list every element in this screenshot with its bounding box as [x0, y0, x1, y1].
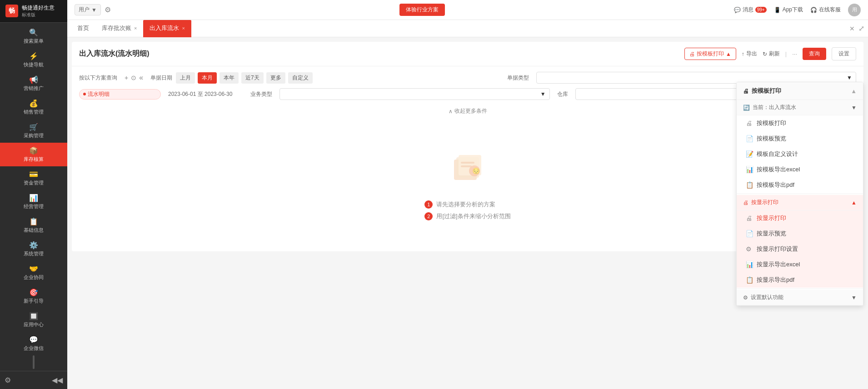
collapse-more-label: 收起更多条件	[454, 107, 487, 115]
export-icon: ↑	[742, 51, 744, 57]
dropdown-display-settings[interactable]: ⚙ 按显示打印设置	[737, 241, 863, 257]
more-actions-icon[interactable]: ···	[792, 50, 797, 57]
sidebar-item-operation[interactable]: 📊 经营管理	[0, 190, 67, 214]
sidebar-item-marketing[interactable]: 📢 营销推广	[0, 72, 67, 95]
sidebar-item-basics[interactable]: 📋 基础信息	[0, 214, 67, 237]
custom-design-icon: 📝	[746, 150, 753, 158]
tab-flow-label: 出入库流水	[150, 24, 179, 32]
date-last-month[interactable]: 上月	[176, 72, 195, 84]
sidebar-nav: 🔍 搜索菜单 ⚡ 快捷导航 📢 营销推广 💰 销售管理 🛒 采购管理 📦 库存核…	[0, 23, 67, 354]
sidebar-item-label: 新手引导	[24, 298, 44, 304]
tab-home[interactable]: 首页	[71, 20, 95, 37]
main-area: 用户 ▼ ⚙ 体验行业方案 💬 消息 99+ 📱 App下载 🎧 在线客服 用	[67, 0, 868, 389]
empty-step-2: 2 用[过滤]条件来缩小分析范围	[424, 212, 510, 220]
sidebar-item-purchase[interactable]: 🛒 采购管理	[0, 119, 67, 143]
sidebar-item-sales[interactable]: 💰 销售管理	[0, 95, 67, 119]
settings-button[interactable]: 设置	[832, 47, 856, 60]
tab-flow[interactable]: 出入库流水 ×	[143, 20, 191, 37]
refresh-button[interactable]: ↻ 刷新	[763, 50, 780, 58]
dropdown-chevron-up[interactable]: ▲	[851, 88, 857, 95]
dropdown-display-pdf[interactable]: 📋 按显示导出pdf	[737, 272, 863, 288]
user-selector[interactable]: 用户 ▼	[75, 4, 101, 15]
empty-steps: 1 请先选择要分析的方案 2 用[过滤]条件来缩小分析范围	[424, 200, 510, 224]
sidebar-item-label: 经营管理	[24, 203, 44, 210]
query-button[interactable]: 查询	[803, 48, 826, 60]
date-filter-label: 单据日期	[150, 74, 172, 82]
tab-close-all-icon[interactable]: ✕	[849, 25, 855, 32]
default-section[interactable]: ⚙ 设置默认功能 ▼	[737, 290, 863, 305]
empty-step-1: 1 请先选择要分析的方案	[424, 200, 510, 209]
dropdown-display-excel[interactable]: 📊 按显示导出excel	[737, 257, 863, 272]
dropdown-header: 🖨 按模板打印 ▲	[737, 82, 863, 100]
dropdown-template-preview[interactable]: 📄 按模板预览	[737, 131, 863, 146]
purchase-nav-icon: 🛒	[29, 123, 38, 131]
sidebar-item-label: 库存核算	[24, 156, 44, 163]
sidebar-item-corp[interactable]: 🤝 企业协同	[0, 261, 67, 284]
date-more[interactable]: 更多	[266, 72, 285, 84]
collapse-sidebar-icon[interactable]: ◀◀	[52, 376, 63, 384]
dropdown-template-custom[interactable]: 📝 模板自定义设计	[737, 146, 863, 162]
sidebar-item-system[interactable]: ⚙️ 系统管理	[0, 237, 67, 261]
filter-tag-label: 流水明细	[88, 90, 110, 98]
tab-batch-close[interactable]: ×	[134, 25, 137, 31]
dropdown-template-print[interactable]: 🖨 按模板打印	[737, 115, 863, 131]
export-button[interactable]: ↑ 导出	[742, 50, 757, 58]
refresh-icon: ↻	[763, 51, 767, 57]
display-chevron-up[interactable]: ▲	[851, 199, 857, 206]
tab-flow-close[interactable]: ×	[182, 25, 185, 31]
empty-step-2-text: 用[过滤]条件来缩小分析范围	[436, 212, 510, 220]
tab-expand-icon[interactable]: ⤢	[858, 24, 864, 33]
user-dropdown-icon: ▼	[91, 7, 97, 13]
topbar-settings-icon[interactable]: ⚙	[105, 5, 111, 14]
current-section-chevron[interactable]: ▼	[851, 105, 857, 111]
tab-batch[interactable]: 库存批次账 ×	[95, 20, 143, 37]
date-this-month[interactable]: 本月	[198, 72, 217, 84]
display-pdf-label: 按显示导出pdf	[757, 276, 794, 284]
filter-collapse-icon[interactable]: «	[139, 74, 143, 82]
display-section-label: 按显示打印	[751, 199, 778, 206]
filter-gear-icon[interactable]: ⊙	[131, 74, 136, 81]
date-this-year[interactable]: 本年	[219, 72, 239, 84]
business-type-select[interactable]: ▼	[279, 88, 549, 100]
tabs-bar: 首页 库存批次账 × 出入库流水 × ✕ ⤢	[67, 20, 868, 37]
system-nav-icon: ⚙️	[29, 241, 38, 249]
display-excel-icon: 📊	[746, 261, 753, 268]
sidebar-item-label: 搜索菜单	[24, 38, 44, 45]
avatar[interactable]: 用	[848, 4, 861, 16]
sidebar-item-guide[interactable]: 🎯 新手引导	[0, 284, 67, 308]
sidebar-item-label: 企业微信	[24, 345, 44, 352]
add-filter-icon[interactable]: +	[125, 74, 128, 81]
sidebar-item-appstore[interactable]: 🔲 应用中心	[0, 308, 67, 332]
app-download-button[interactable]: 📱 App下载	[774, 6, 803, 14]
trial-button[interactable]: 体验行业方案	[399, 4, 445, 16]
pdf-icon: 📋	[746, 181, 753, 189]
online-service-button[interactable]: 🎧 在线客服	[810, 6, 841, 14]
sidebar-item-label: 企业协同	[24, 274, 44, 281]
dropdown-template-excel[interactable]: 📊 按模板导出excel	[737, 162, 863, 177]
template-excel-label: 按模板导出excel	[757, 165, 800, 174]
display-settings-icon: ⚙	[746, 245, 753, 253]
dropdown-template-pdf[interactable]: 📋 按模板导出pdf	[737, 177, 863, 193]
sidebar-item-search[interactable]: 🔍 搜索菜单	[0, 25, 67, 48]
dropdown-display-preview[interactable]: 📄 按显示预览	[737, 226, 863, 241]
message-button[interactable]: 💬 消息 99+	[734, 6, 767, 14]
refresh-label: 刷新	[769, 50, 780, 58]
export-label: 导出	[746, 50, 757, 58]
doc-type-label: 单据类型	[507, 74, 529, 82]
sidebar-item-label: 快捷导航	[24, 61, 44, 68]
current-section-label: 当前：出入库流水	[753, 104, 796, 111]
warehouse-label: 仓库	[557, 90, 568, 98]
brand-name: 畅捷通好生意	[22, 5, 55, 12]
date-last-7days[interactable]: 近7天	[241, 72, 264, 84]
print-template-button[interactable]: 🖨 按模板打印 ▲	[684, 48, 736, 60]
sidebar-item-wxwork[interactable]: 💬 企业微信	[0, 332, 67, 354]
settings-bottom-icon[interactable]: ⚙	[5, 376, 11, 384]
business-type-dropdown-icon: ▼	[540, 91, 546, 97]
wxwork-nav-icon: 💬	[29, 335, 38, 344]
sidebar-item-finance[interactable]: 💳 资金管理	[0, 166, 67, 190]
dropdown-display-print[interactable]: 🖨 按显示打印	[737, 210, 863, 226]
date-custom[interactable]: 自定义	[288, 72, 313, 84]
sidebar-item-shortcut[interactable]: ⚡ 快捷导航	[0, 48, 67, 72]
sidebar-item-inventory[interactable]: 📦 库存核算	[0, 143, 67, 166]
sidebar-item-label: 资金管理	[24, 180, 44, 186]
